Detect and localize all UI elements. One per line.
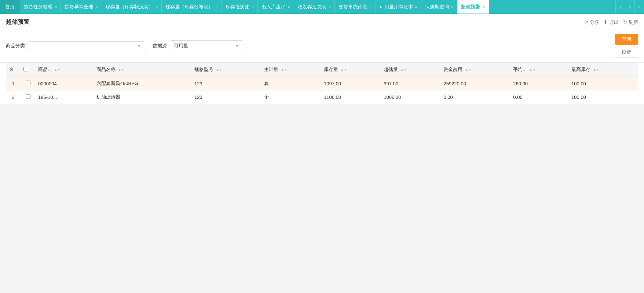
sort-icon: ▲▼ bbox=[593, 68, 600, 71]
data-source-select[interactable]: 可用量 ▼ bbox=[170, 40, 243, 51]
overstock-qty-cell: 1006.00 bbox=[381, 90, 440, 104]
product-name-cell: 六配套新昌490BPG bbox=[94, 77, 191, 90]
refresh-icon: ↻ bbox=[623, 19, 627, 25]
nav-next-button[interactable]: › bbox=[625, 0, 634, 14]
sort-icon: ▲▼ bbox=[118, 68, 124, 71]
nav-item-receive-summary[interactable]: 收发存汇总表 × bbox=[294, 0, 335, 14]
sort-icon: ▲▼ bbox=[400, 68, 407, 71]
product-category-select[interactable]: ▼ bbox=[28, 41, 145, 50]
settings-button[interactable]: 设置 bbox=[615, 47, 638, 58]
table-body: 1 0000004 六配套新昌490BPG 123 套 1097.00 997.… bbox=[6, 77, 638, 104]
col-spec[interactable]: 规格型号 ▲▼ bbox=[191, 63, 261, 77]
row-checkbox[interactable] bbox=[26, 81, 30, 85]
nav-item-exception[interactable]: 拣货异常处理 × bbox=[61, 0, 102, 14]
export-icon: ⬇ bbox=[604, 19, 608, 25]
close-icon[interactable]: × bbox=[55, 5, 57, 9]
table-header-row: ⚙ 商品... ▲▼ 商品名称 ▲▼ 规格型号 ▲▼ 主计 bbox=[6, 63, 638, 77]
select-all-checkbox[interactable] bbox=[23, 67, 28, 71]
avg-cost-cell: 0.00 bbox=[510, 90, 568, 104]
sort-icon: ▲▼ bbox=[341, 68, 347, 71]
nav-item-expiry-query[interactable]: 保质期查询 × bbox=[421, 0, 457, 14]
close-icon[interactable]: × bbox=[451, 5, 453, 9]
close-icon[interactable]: × bbox=[155, 5, 158, 9]
nav-item-stock-dist[interactable]: 现存量（库存分布表） × bbox=[162, 0, 222, 14]
row-checkbox-cell bbox=[21, 90, 35, 104]
sort-icon: ▲▼ bbox=[529, 68, 536, 71]
data-source-label: 数据源 bbox=[153, 42, 167, 49]
col-overstock-qty[interactable]: 超储量 ▲▼ bbox=[381, 63, 440, 77]
close-icon[interactable]: × bbox=[369, 5, 372, 9]
col-gear: ⚙ bbox=[6, 63, 21, 77]
product-code-cell: 186-10... bbox=[35, 90, 94, 104]
nav-arrows: ‹ › × bbox=[615, 0, 644, 14]
product-category-label: 商品分类 bbox=[6, 42, 25, 49]
row-number: 1 bbox=[6, 77, 21, 90]
query-button[interactable]: 查询 bbox=[615, 34, 638, 45]
table-row: 2 186-10... 机油滤清器 123 个 1106.00 1006.00 … bbox=[6, 90, 638, 104]
col-avg-cost[interactable]: 平均... ▲▼ bbox=[510, 63, 568, 77]
overstock-qty-cell: 997.00 bbox=[381, 77, 440, 90]
col-product-name[interactable]: 商品名称 ▲▼ bbox=[94, 63, 191, 77]
capital-used-cell: 259220.00 bbox=[440, 77, 510, 90]
gear-icon[interactable]: ⚙ bbox=[9, 66, 14, 73]
nav-item-inout-flow[interactable]: 出入库流水 × bbox=[258, 0, 294, 14]
nav-close-button[interactable]: × bbox=[634, 0, 644, 14]
share-button[interactable]: ↗ 分享 bbox=[584, 19, 599, 26]
product-code-cell: 0000004 bbox=[35, 77, 94, 90]
capital-used-cell: 0.00 bbox=[440, 90, 510, 104]
filter-area: 商品分类 ▼ 数据源 可用量 ▼ 查询 设置 bbox=[0, 29, 644, 63]
export-button[interactable]: ⬇ 导出 bbox=[604, 19, 619, 26]
avg-cost-cell: 260.00 bbox=[510, 77, 568, 90]
close-icon[interactable]: × bbox=[415, 5, 417, 9]
col-product-code[interactable]: 商品... ▲▼ bbox=[35, 63, 94, 77]
stock-qty-cell: 1097.00 bbox=[321, 77, 381, 90]
close-icon[interactable]: × bbox=[288, 5, 290, 9]
row-number: 2 bbox=[6, 90, 21, 104]
close-icon[interactable]: × bbox=[329, 5, 331, 9]
unit-cell: 套 bbox=[261, 77, 321, 90]
sort-icon: ▲▼ bbox=[216, 68, 223, 71]
nav-item-batch-account[interactable]: 库存批次账 × bbox=[222, 0, 258, 14]
sort-icon: ▲▼ bbox=[281, 68, 288, 71]
spec-cell: 123 bbox=[191, 90, 261, 104]
max-stock-cell: 100.00 bbox=[568, 77, 638, 90]
col-unit[interactable]: 主计量 ▲▼ bbox=[261, 63, 321, 77]
nav-item-home[interactable]: 首页 bbox=[0, 0, 20, 14]
filter-btn-col: 查询 设置 bbox=[615, 34, 638, 58]
data-source-value: 可用量 bbox=[174, 42, 188, 49]
nav-item-overstock-warning[interactable]: 超储预警 × bbox=[457, 0, 489, 14]
max-stock-cell: 100.00 bbox=[568, 90, 638, 104]
chevron-down-icon: ▼ bbox=[235, 44, 239, 48]
nav-item-available-account[interactable]: 可用量库存账本 × bbox=[376, 0, 421, 14]
nav-item-task-mgmt[interactable]: 拣货任务管理 × bbox=[20, 0, 61, 14]
close-icon[interactable]: × bbox=[95, 5, 98, 9]
stock-qty-cell: 1106.00 bbox=[321, 90, 381, 104]
col-checkbox-header bbox=[21, 63, 35, 77]
sort-icon: ▲▼ bbox=[465, 68, 472, 71]
close-icon[interactable]: × bbox=[252, 5, 254, 9]
share-icon: ↗ bbox=[584, 19, 588, 25]
row-checkbox-cell bbox=[21, 77, 35, 90]
close-icon[interactable]: × bbox=[215, 5, 217, 9]
nav-prev-button[interactable]: ‹ bbox=[615, 0, 625, 14]
close-icon[interactable]: × bbox=[482, 5, 484, 9]
chevron-down-icon: ▼ bbox=[137, 44, 141, 48]
product-category-group: 商品分类 ▼ bbox=[6, 41, 145, 50]
data-table: ⚙ 商品... ▲▼ 商品名称 ▲▼ 规格型号 ▲▼ 主计 bbox=[6, 63, 638, 104]
nav-item-order-stats[interactable]: 要货单统计表 × bbox=[335, 0, 376, 14]
col-stock-qty[interactable]: 库存量 ▲▼ bbox=[321, 63, 381, 77]
nav-item-stock-status[interactable]: 现存量（库存状况表） × bbox=[102, 0, 162, 14]
col-max-stock[interactable]: 最高库存 ▲▼ bbox=[568, 63, 638, 77]
col-capital-used[interactable]: 资金占用 ▲▼ bbox=[440, 63, 510, 77]
spec-cell: 123 bbox=[191, 77, 261, 90]
table-row: 1 0000004 六配套新昌490BPG 123 套 1097.00 997.… bbox=[6, 77, 638, 90]
refresh-button[interactable]: ↻ 刷新 bbox=[623, 19, 638, 26]
data-source-group: 数据源 可用量 ▼ bbox=[153, 40, 243, 51]
page-header: 超储预警 ↗ 分享 ⬇ 导出 ↻ 刷新 bbox=[0, 14, 644, 29]
sort-icon: ▲▼ bbox=[54, 68, 61, 71]
row-checkbox[interactable] bbox=[26, 94, 30, 99]
nav-bar: 首页 拣货任务管理 × 拣货异常处理 × 现存量（库存状况表） × 现存量（库存… bbox=[0, 0, 644, 14]
filter-actions: 查询 设置 bbox=[615, 34, 638, 58]
header-actions: ↗ 分享 ⬇ 导出 ↻ 刷新 bbox=[584, 19, 638, 26]
unit-cell: 个 bbox=[261, 90, 321, 104]
